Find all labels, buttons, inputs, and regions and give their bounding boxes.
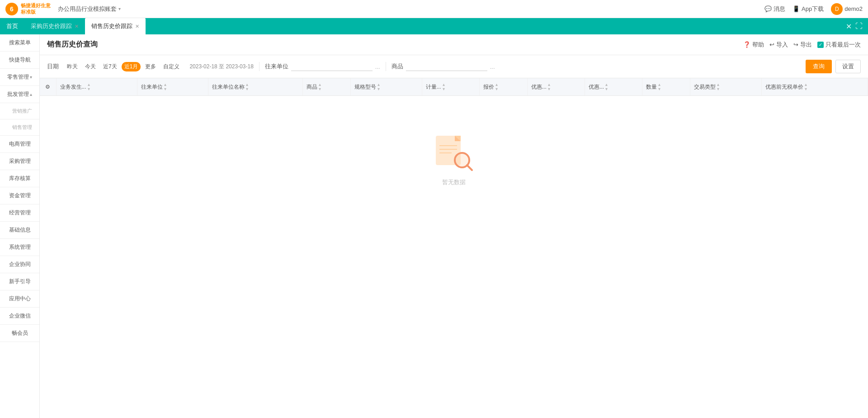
col-trade-type[interactable]: 交易类型 ▴▾: [690, 78, 762, 96]
filter-bar: 日期 昨天 今天 近7天 近1月 更多 自定义 2023-02-18 至 202…: [40, 55, 868, 78]
product-filter-dots[interactable]: ...: [490, 63, 495, 70]
empty-state: 暂无数据: [40, 96, 868, 223]
date-opt-yesterday[interactable]: 昨天: [64, 62, 80, 71]
sidebar-item-finance-mgmt[interactable]: 资金管理: [0, 187, 39, 204]
top-bar-right: 💬 消息 📱 App下载 D demo2: [764, 3, 863, 15]
import-action[interactable]: ↩ 导入: [769, 41, 788, 49]
col-partner-name[interactable]: 往来单位名称 ▴▾: [208, 78, 303, 96]
export-action[interactable]: ↪ 导出: [793, 41, 812, 49]
date-opt-custom[interactable]: 自定义: [160, 62, 182, 71]
partner-filter-input[interactable]: [291, 62, 373, 71]
sidebar-item-marketing-promo[interactable]: 营销推广: [0, 103, 39, 119]
col-biz-date[interactable]: 业务发生... ▴▾: [56, 78, 137, 96]
close-all-tabs-icon[interactable]: ✕: [846, 22, 852, 31]
only-last-checkbox[interactable]: ✓: [817, 42, 824, 48]
avatar: D: [831, 3, 843, 15]
message-action[interactable]: 💬 消息: [764, 5, 785, 13]
sidebar-item-ecommerce-mgmt[interactable]: 电商管理: [0, 136, 39, 153]
sidebar-item-system-mgmt[interactable]: 系统管理: [0, 239, 39, 256]
tab-purchase-history[interactable]: 采购历史价跟踪 ✕: [24, 18, 85, 34]
date-range-display: 2023-02-18 至 2023-03-18: [189, 63, 253, 71]
sidebar-item-enterprise-collab[interactable]: 企业协同: [0, 256, 39, 273]
date-opt-today[interactable]: 今天: [82, 62, 99, 71]
sidebar-item-basic-info[interactable]: 基础信息: [0, 222, 39, 239]
maximize-icon[interactable]: ⛶: [855, 22, 863, 30]
sort-icon: ▴▾: [717, 82, 719, 91]
empty-illustration: [431, 132, 476, 173]
sidebar-item-member[interactable]: 畅会员: [0, 325, 39, 342]
col-unit[interactable]: 计量... ▴▾: [422, 78, 479, 96]
chevron-up-icon: ▴: [30, 92, 32, 97]
sidebar-item-inventory-check[interactable]: 库存核算: [0, 170, 39, 187]
partner-filter-dots[interactable]: ...: [375, 63, 380, 70]
settings-button[interactable]: 设置: [835, 60, 861, 73]
date-filter-label: 日期: [47, 62, 59, 71]
page-header: 销售历史价查询 ❓ 帮助 ↩ 导入 ↪ 导出: [40, 34, 868, 55]
tab-bar: 首页 采购历史价跟踪 ✕ 销售历史价跟踪 ✕ ✕ ⛶: [0, 18, 868, 34]
data-table: ⚙ 业务发生... ▴▾ 往来单位 ▴▾: [40, 78, 868, 223]
sidebar-item-purchase-mgmt[interactable]: 采购管理: [0, 153, 39, 170]
close-sales-history-tab[interactable]: ✕: [135, 24, 139, 29]
filter-divider-1: [259, 62, 259, 71]
sort-icon: ▴▾: [548, 82, 550, 91]
tab-actions: ✕ ⛶: [846, 22, 868, 31]
table-header-row: ⚙ 业务发生... ▴▾ 往来单位 ▴▾: [40, 78, 868, 96]
query-button[interactable]: 查询: [806, 60, 832, 73]
export-icon: ↪: [793, 41, 798, 48]
col-quote[interactable]: 报价 ▴▾: [480, 78, 528, 96]
sidebar-item-operations-mgmt[interactable]: 经营管理: [0, 204, 39, 222]
sidebar-item-wholesale-mgmt[interactable]: 批发管理 ▴: [0, 86, 39, 103]
sidebar-item-app-center[interactable]: 应用中心: [0, 290, 39, 308]
col-pre-tax-price[interactable]: 优惠前无税单价 ▴▾: [761, 78, 868, 96]
empty-icon: [431, 132, 476, 173]
only-last-checkbox-label[interactable]: ✓ 只看最后一次: [817, 41, 861, 49]
sidebar: 搜索菜单 快捷导航 零售管理 ▾ 批发管理 ▴ 营销推广 销售管理 电商管理 采…: [0, 34, 40, 418]
sort-icon: ▴▾: [443, 82, 445, 91]
empty-text: 暂无数据: [442, 178, 466, 186]
col-discount2[interactable]: 优惠... ▴▾: [585, 78, 642, 96]
tab-home[interactable]: 首页: [0, 18, 24, 34]
col-partner-code[interactable]: 往来单位 ▴▾: [137, 78, 208, 96]
top-bar-left: 6 畅捷通好生意 标准版 办公用品行业模拟账套 ▾: [5, 3, 124, 15]
sidebar-item-quick-nav[interactable]: 快捷导航: [0, 52, 39, 69]
workspace-selector[interactable]: 办公用品行业模拟账套 ▾: [54, 5, 124, 13]
help-action[interactable]: ❓ 帮助: [743, 41, 764, 49]
col-discount1[interactable]: 优惠... ▴▾: [527, 78, 585, 96]
product-filter-label: 商品: [392, 62, 403, 71]
sidebar-item-sales-mgmt[interactable]: 销售管理: [0, 119, 39, 136]
user-action[interactable]: D demo2: [831, 3, 863, 15]
download-icon: 📱: [793, 5, 800, 12]
sidebar-item-retail-mgmt[interactable]: 零售管理 ▾: [0, 69, 39, 86]
sort-icon: ▴▾: [246, 82, 248, 91]
svg-line-7: [467, 165, 472, 170]
close-purchase-history-tab[interactable]: ✕: [75, 24, 79, 29]
sidebar-item-enterprise-wechat[interactable]: 企业微信: [0, 308, 39, 325]
col-quantity[interactable]: 数量 ▴▾: [642, 78, 690, 96]
logo-text: 畅捷通好生意 标准版: [21, 3, 51, 14]
page-title: 销售历史价查询: [47, 40, 98, 49]
settings-icon[interactable]: ⚙: [45, 84, 50, 90]
app-download-action[interactable]: 📱 App下载: [793, 5, 824, 13]
col-product[interactable]: 商品 ▴▾: [303, 78, 351, 96]
page-header-actions: ❓ 帮助 ↩ 导入 ↪ 导出 ✓ 只看最后一: [743, 41, 861, 49]
filter-divider-2: [386, 62, 386, 71]
logo-icon: 6: [5, 3, 18, 15]
logo-area: 6 畅捷通好生意 标准版: [5, 3, 51, 15]
date-opt-more[interactable]: 更多: [142, 62, 159, 71]
partner-filter-group: 往来单位 ...: [265, 62, 380, 71]
date-opt-last7days[interactable]: 近7天: [100, 62, 120, 71]
sort-icon: ▴▾: [88, 82, 90, 91]
chevron-down-icon: ▾: [118, 6, 121, 11]
sort-icon: ▴▾: [495, 82, 498, 91]
main-layout: 搜索菜单 快捷导航 零售管理 ▾ 批发管理 ▴ 营销推广 销售管理 电商管理 采…: [0, 34, 868, 418]
date-options: 昨天 今天 近7天 近1月 更多 自定义: [64, 62, 182, 71]
sidebar-item-search-menu[interactable]: 搜索菜单: [0, 34, 39, 52]
col-settings[interactable]: ⚙: [40, 78, 56, 96]
date-opt-last1month[interactable]: 近1月: [122, 62, 141, 71]
product-filter-input[interactable]: [406, 62, 487, 71]
message-icon: 💬: [764, 5, 772, 12]
top-bar: 6 畅捷通好生意 标准版 办公用品行业模拟账套 ▾ 💬 消息 📱 App下载 D…: [0, 0, 868, 18]
tab-sales-history[interactable]: 销售历史价跟踪 ✕: [85, 18, 146, 34]
sidebar-item-new-guide[interactable]: 新手引导: [0, 273, 39, 290]
col-spec[interactable]: 规格型号 ▴▾: [351, 78, 422, 96]
